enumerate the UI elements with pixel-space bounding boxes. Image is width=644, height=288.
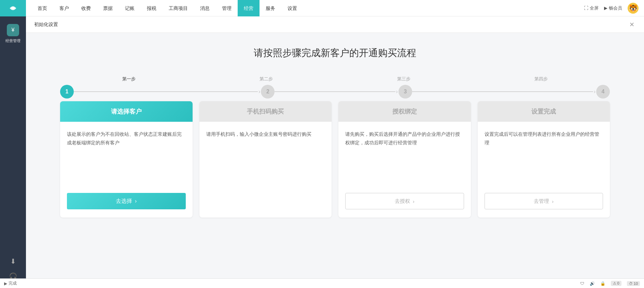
volume-icon: 🔊	[590, 281, 595, 286]
user-avatar[interactable]: 🐯	[628, 3, 639, 14]
main-layout: ¥ 经营管理 ⬇ 🎧 初始化设置 ✕ 请按照步骤完成新客户的开通购买流程 第一步…	[0, 16, 644, 288]
step-line-right-2	[275, 91, 335, 92]
step-arrow-2: ›	[396, 89, 398, 95]
step-line-right-1	[74, 91, 198, 92]
top-navigation: 首页客户收费票据记账报税工商项目消息管理经营服务设置 ⛶ 全屏 ▶ 畅会员 🐯	[0, 0, 644, 16]
wizard-container: 请按照步骤完成新客户的开通购买流程 第一步1第二步›2第三步›3第四步›4 请选…	[26, 33, 644, 288]
step-wrapper-4: 第四步›4	[473, 76, 610, 99]
nav-item-报税[interactable]: 报税	[141, 0, 163, 16]
card-body-1: 该处展示的客户为不在回收站、客户状态正常建账后完成老板端绑定的所有客户	[60, 122, 193, 193]
btn-label: 去选择	[116, 198, 132, 205]
step-line-right-3	[412, 91, 473, 92]
lock-icon: 🔒	[600, 281, 605, 286]
clock-icon: ⏱ 10	[627, 281, 640, 286]
card-body-3: 请先购买，购买后选择开通的产品中的企业用户进行授权绑定，成功后即可进行经营管理	[338, 122, 471, 193]
step-circle-4: 4	[596, 85, 610, 99]
card-header-1: 请选择客户	[60, 101, 193, 122]
step-card-1: 请选择客户该处展示的客户为不在回收站、客户状态正常建账后完成老板端绑定的所有客户…	[60, 101, 193, 218]
status-bar: ▶ 完成 🛡 🔊 🔒 ⚠ 0 ⏱ 10	[0, 278, 644, 288]
nav-item-经营[interactable]: 经营	[238, 0, 260, 16]
btn-arrow: ›	[413, 198, 415, 204]
nav-item-设置[interactable]: 设置	[281, 0, 303, 16]
card-footer-4: 去管理›	[478, 193, 610, 218]
card-action-button-1[interactable]: 去选择›	[67, 193, 186, 209]
step-circle-1: 1	[60, 85, 74, 99]
btn-label: 去管理	[534, 198, 549, 205]
cards-container: 请选择客户该处展示的客户为不在回收站、客户状态正常建账后完成老板端绑定的所有客户…	[60, 101, 610, 218]
btn-arrow: ›	[552, 198, 554, 204]
nav-item-管理[interactable]: 管理	[216, 0, 238, 16]
fullscreen-label: 全屏	[590, 5, 599, 11]
nav-item-服务[interactable]: 服务	[260, 0, 281, 16]
vip-label: 畅会员	[609, 5, 622, 11]
warning-icon: ⚠ 0	[611, 281, 621, 286]
card-body-4: 设置完成后可以在管理列表进行所有企业用户的经营管理	[478, 122, 610, 193]
management-icon: ¥	[7, 24, 19, 36]
download-icon[interactable]: ⬇	[7, 255, 19, 267]
left-sidebar: ¥ 经营管理 ⬇ 🎧	[0, 16, 26, 288]
play-icon: ▶	[4, 281, 7, 286]
steps-indicator-row: 第一步1第二步›2第三步›3第四步›4	[60, 76, 610, 99]
flow-container: 第一步1第二步›2第三步›3第四步›4 请选择客户该处展示的客户为不在回收站、客…	[46, 76, 624, 218]
card-action-button-3[interactable]: 去授权›	[345, 193, 464, 209]
step-label-1: 第一步	[122, 76, 136, 82]
step-label-2: 第二步	[260, 76, 273, 82]
btn-label: 去授权	[395, 198, 410, 205]
main-content-area: 初始化设置 ✕ 请按照步骤完成新客户的开通购买流程 第一步1第二步›2第三步›3…	[26, 16, 644, 288]
nav-menu: 首页客户收费票据记账报税工商项目消息管理经营服务设置	[31, 0, 584, 16]
step-card-4: 设置完成设置完成后可以在管理列表进行所有企业用户的经营管理去管理›	[478, 101, 610, 218]
nav-item-客户[interactable]: 客户	[53, 0, 75, 16]
step-label-4: 第四步	[534, 76, 548, 82]
btn-arrow: ›	[135, 198, 137, 204]
step-arrow-3: ›	[594, 89, 596, 95]
nav-item-收费[interactable]: 收费	[75, 0, 97, 16]
step-label-3: 第三步	[397, 76, 410, 82]
vip-icon: ▶	[604, 5, 607, 11]
step-wrapper-2: 第二步›2	[198, 76, 335, 99]
step-line-left-4	[473, 91, 593, 92]
step-wrapper-1: 第一步1	[60, 76, 198, 99]
step-wrapper-3: 第三步›3	[335, 76, 473, 99]
app-logo[interactable]	[0, 0, 26, 16]
step-line-left-3	[335, 91, 395, 92]
card-action-button-4[interactable]: 去管理›	[485, 193, 603, 209]
vip-button[interactable]: ▶ 畅会员	[604, 5, 622, 11]
wizard-title: 请按照步骤完成新客户的开通购买流程	[46, 47, 624, 60]
nav-right-actions: ⛶ 全屏 ▶ 畅会员 🐯	[584, 3, 639, 14]
step-card-3: 授权绑定请先购买，购买后选择开通的产品中的企业用户进行授权绑定，成功后即可进行经…	[338, 101, 471, 218]
fullscreen-icon: ⛶	[584, 5, 588, 11]
nav-item-票据[interactable]: 票据	[97, 0, 119, 16]
nav-item-消息[interactable]: 消息	[194, 0, 216, 16]
card-header-4: 设置完成	[478, 101, 610, 122]
step-line-left-2	[198, 91, 258, 92]
page-title: 初始化设置	[34, 22, 58, 28]
card-body-2: 请用手机扫码，输入小微企业主账号密码进行购买	[199, 122, 332, 218]
step-arrow-1: ›	[258, 89, 260, 95]
card-header-3: 授权绑定	[338, 101, 471, 122]
card-footer-1: 去选择›	[60, 193, 193, 218]
close-button[interactable]: ✕	[628, 21, 636, 29]
page-header: 初始化设置 ✕	[26, 16, 644, 33]
sidebar-item-label: 经营管理	[5, 38, 20, 43]
card-footer-3: 去授权›	[338, 193, 471, 218]
nav-item-首页[interactable]: 首页	[31, 0, 53, 16]
nav-item-工商项目[interactable]: 工商项目	[163, 0, 194, 16]
sidebar-item-management[interactable]: ¥ 经营管理	[0, 21, 26, 47]
nav-item-记账[interactable]: 记账	[119, 0, 141, 16]
status-right-icons: 🛡 🔊 🔒 ⚠ 0 ⏱ 10	[580, 281, 640, 286]
card-header-2: 手机扫码购买	[199, 101, 332, 122]
fullscreen-button[interactable]: ⛶ 全屏	[584, 5, 599, 11]
shield-icon: 🛡	[580, 281, 584, 286]
step-circle-3: 3	[398, 85, 412, 99]
step-card-2: 手机扫码购买请用手机扫码，输入小微企业主账号密码进行购买	[199, 101, 332, 218]
step-circle-2: 2	[261, 85, 275, 99]
status-label: 完成	[9, 280, 17, 286]
